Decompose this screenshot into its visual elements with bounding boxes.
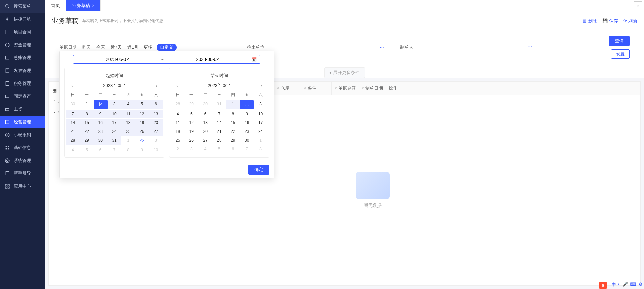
dp-start-month-select[interactable]: 05˅ (118, 83, 125, 88)
mic-icon[interactable]: 🎤 (623, 282, 628, 288)
ime-lang[interactable]: 中 (612, 282, 616, 288)
dp-day[interactable]: 31 (108, 136, 121, 145)
ime-badge[interactable]: S (599, 282, 607, 289)
dp-day[interactable]: 1 (226, 100, 240, 109)
preset-today[interactable]: 今天 (95, 44, 107, 51)
dp-day[interactable]: 16 (94, 119, 108, 127)
dp-start-year-select[interactable]: 2023˅ (103, 83, 116, 88)
dp-day[interactable]: 23 (94, 127, 108, 136)
dp-day[interactable]: 17 (254, 119, 268, 127)
save-button[interactable]: 💾 保存 (602, 18, 618, 24)
dp-day[interactable]: 26 (135, 127, 149, 136)
dp-day-other[interactable]: 8 (121, 146, 135, 154)
dp-day[interactable]: 13 (199, 119, 212, 127)
dp-day[interactable]: 6 (149, 100, 163, 109)
dp-day[interactable]: 7 (212, 110, 226, 118)
tab-draft[interactable]: 业务草稿× (66, 0, 101, 11)
sidebar-item-baseinfo[interactable]: 基础信息 (0, 141, 45, 154)
calendar-icon[interactable]: 📅 (251, 57, 257, 62)
dp-day-other[interactable]: 31 (212, 100, 226, 109)
dp-day[interactable]: 24 (108, 127, 121, 136)
dp-day[interactable]: 11 (121, 110, 135, 118)
dp-day-other[interactable]: 30 (66, 100, 80, 109)
dp-day[interactable]: 18 (171, 127, 185, 136)
dp-day[interactable]: 12 (185, 119, 199, 127)
dp-day-other[interactable]: 2 (171, 145, 185, 153)
sidebar-item-guide[interactable]: 新手引导 (0, 167, 45, 180)
dp-day[interactable]: 12 (135, 110, 149, 118)
table-column-header[interactable]: ⇵仓库 (274, 82, 301, 95)
dp-day-other[interactable]: 6 (226, 145, 240, 153)
sidebar-item-asset[interactable]: 固定资产 (0, 90, 45, 103)
tray-icon[interactable]: •, (618, 282, 621, 288)
sort-icon[interactable]: ⇵ (362, 88, 364, 89)
dp-day[interactable]: 21 (66, 127, 80, 136)
dp-confirm-button[interactable]: 确定 (248, 165, 269, 175)
dp-day[interactable]: 23 (240, 127, 254, 136)
dp-day-other[interactable]: 1 (121, 136, 135, 145)
dp-day-other[interactable]: 28 (171, 100, 185, 109)
dp-day[interactable]: 5 (135, 100, 149, 109)
dp-day[interactable]: 20 (199, 127, 212, 136)
dp-day[interactable]: 18 (121, 119, 135, 127)
sidebar-item-reimburse[interactable]: 小畅报销 (0, 128, 45, 141)
close-icon[interactable]: × (92, 3, 94, 8)
maker-input[interactable] (417, 43, 526, 51)
sort-icon[interactable]: ⇵ (277, 88, 279, 89)
dp-day[interactable]: 29 (80, 136, 94, 145)
dp-day[interactable]: 20 (149, 119, 163, 127)
dp-day[interactable]: 17 (108, 119, 121, 127)
preset-1month[interactable]: 近1月 (126, 44, 140, 51)
dp-day[interactable]: 3 (108, 100, 121, 109)
dp-end-month-select[interactable]: 06˅ (223, 83, 230, 88)
dp-day-other[interactable]: 4 (199, 145, 212, 153)
delete-button[interactable]: 🗑 删除 (582, 18, 597, 24)
dp-day-other[interactable]: 7 (108, 146, 121, 154)
refresh-button[interactable]: ⟳ 刷新 (623, 18, 637, 24)
dp-day[interactable]: 10 (254, 110, 268, 118)
settings-icon[interactable]: ⚙ (639, 282, 643, 288)
dp-prev-month-end[interactable]: ‹ (174, 82, 180, 89)
sidebar-item-funds[interactable]: 资金管理 (0, 39, 45, 51)
keyboard-icon[interactable]: ⌨ (630, 282, 637, 288)
dp-day[interactable]: 14 (212, 119, 226, 127)
dp-day[interactable]: 14 (66, 119, 80, 127)
dp-day-other[interactable]: 10 (149, 146, 163, 154)
dp-day[interactable]: 21 (212, 127, 226, 136)
party-input[interactable] (269, 43, 377, 51)
dp-day[interactable]: 29 (226, 136, 240, 144)
dp-prev-month[interactable]: ‹ (69, 82, 75, 89)
dp-day[interactable]: 30 (240, 136, 254, 144)
dp-day[interactable]: 19 (185, 127, 199, 136)
dp-day[interactable]: 28 (212, 136, 226, 144)
dp-day[interactable]: 8 (226, 110, 240, 118)
dp-start-input[interactable] (77, 57, 158, 62)
dp-day[interactable]: 19 (135, 119, 149, 127)
window-close-button[interactable]: × (634, 1, 642, 9)
sort-icon[interactable]: ⇵ (304, 88, 306, 89)
dp-day[interactable]: 27 (149, 127, 163, 136)
table-column-header[interactable]: ⇵单据金额 (332, 82, 359, 95)
dp-day[interactable]: 9 (94, 110, 108, 118)
dp-day-other[interactable]: 6 (94, 146, 108, 154)
sidebar-item-quicknav[interactable]: 快捷导航 (0, 13, 45, 26)
sort-icon[interactable]: ⇵ (335, 88, 337, 89)
dp-day[interactable]: 16 (240, 119, 254, 127)
dp-next-month[interactable]: › (154, 82, 159, 89)
dp-day-other[interactable]: 3 (149, 136, 163, 145)
preset-custom[interactable]: 自定义 (157, 44, 177, 51)
dp-day[interactable]: 27 (199, 136, 212, 144)
dp-day-other[interactable]: 今 (135, 136, 149, 145)
tab-home[interactable]: 首页 (45, 0, 66, 11)
dp-day[interactable]: 4 (121, 100, 135, 109)
dp-day-other[interactable]: 5 (80, 146, 94, 154)
dp-day-other[interactable]: 9 (135, 146, 149, 154)
dp-day-other[interactable]: 29 (185, 100, 199, 109)
dp-day-other[interactable]: 7 (240, 145, 254, 153)
sidebar-item-ledger[interactable]: 总账管理 (0, 51, 45, 64)
dp-day[interactable]: 3 (254, 100, 268, 109)
dp-day-other[interactable]: 30 (199, 100, 212, 109)
dp-day-other[interactable]: 5 (212, 145, 226, 153)
dp-day[interactable]: 10 (108, 110, 121, 118)
sidebar-item-search[interactable]: 搜索菜单 (0, 0, 45, 13)
